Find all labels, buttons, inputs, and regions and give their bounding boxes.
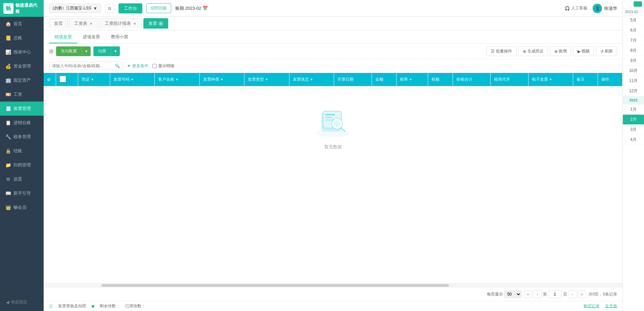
tab-close-invoice[interactable]: ✕ [158,21,163,26]
subtab-sales[interactable]: 销项发票 [49,31,77,43]
no-deduction-button[interactable]: 无勾取票 [56,46,82,56]
th-invoice_status[interactable]: 发票状态▼ [289,73,334,86]
date-month-12月[interactable]: 12月 [623,86,644,96]
first-page-button[interactable]: « [524,290,532,298]
main-content: (勿删）江西服宝-LSS ▼ ⧉ 工作台 切到旧版 账期 2023-02 📅 🎧… [44,0,623,311]
th-voucher[interactable]: 凭证▼ [78,73,110,86]
th-invoice_type[interactable]: 发票种类▼ [199,73,244,86]
generate-voucher-button[interactable]: ⊕ 生成凭证 [518,46,548,56]
filter-icon-invoice_type[interactable]: ▼ [220,78,224,81]
date-month-6月[interactable]: 6月 [623,26,644,36]
date-month-4月[interactable]: 4月 [623,135,644,145]
user-info[interactable]: 👤 徐溢华 [593,4,617,13]
new-button[interactable]: ⊕ 新增 [550,46,571,56]
show-detail-checkbox[interactable]: 显示明细 [152,63,174,69]
sidebar-item-settings[interactable]: ⚙设置 [0,172,44,186]
sidebar-item-funds[interactable]: 💰资金管理 [0,59,44,73]
video-button[interactable]: ▶ 视频 [573,46,594,56]
subtab-label-purchase: 进项发票 [83,34,100,39]
filter-icon-tax_rate[interactable]: ▼ [409,78,412,81]
refresh-button[interactable]: ↺ 刷新 [596,46,617,56]
deduction-button[interactable]: 勾票 [93,46,111,56]
sidebar-item-fixed-assets[interactable]: 🏢固定资产 [0,73,44,87]
sidebar-label-payroll: 工资 [13,91,22,98]
date-month-2月[interactable]: 2月 [623,115,644,125]
th-e_invoice[interactable]: 电子发票▼ [528,73,573,86]
sidebar-item-ledger[interactable]: 📒总账 [0,31,44,45]
date-month-3月[interactable]: 3月 [623,125,644,135]
sidebar-item-closing[interactable]: 🔒结账 [0,144,44,158]
sidebar-item-archive[interactable]: 📁归档管理 [0,158,44,172]
next-page-button[interactable]: › [568,290,577,298]
sidebar-icon-settings: ⚙ [5,177,11,182]
deduction-arrow[interactable]: ▼ [111,46,120,56]
sidebar-item-payroll[interactable]: 💴工资 [0,87,44,102]
switch-version-button[interactable]: 切到旧版 [146,3,171,13]
sidebar-item-guide[interactable]: 📖新手引导 [0,186,44,200]
sidebar-icon-ledger: 📒 [5,35,11,41]
batch-op-button[interactable]: ☰ 批量操作 [487,46,516,56]
no-deduction-arrow[interactable]: ▼ [82,46,91,56]
tab-payroll-stats[interactable]: 工资统计报表✕ [100,18,142,29]
th-customer[interactable]: 客户名称▼ [155,73,200,86]
date-month-5月[interactable]: 5月 [623,15,644,26]
last-page-button[interactable]: » [578,290,586,298]
page-size-select-input[interactable]: 50 10 20 100 [504,290,521,298]
date-month-9月[interactable]: 9月 [623,56,644,66]
prev-page-button[interactable]: ‹ [534,290,542,298]
filter-icon-invoice_status[interactable]: ▼ [310,78,313,81]
collapse-btn[interactable]: ◀ 收起固定 [3,297,40,308]
sidebar-icon-guide: 📖 [5,191,11,196]
col-label-open_date: 开票日期 [337,77,354,82]
date-month-8月[interactable]: 8月 [623,46,644,56]
select-all-checkbox[interactable] [59,76,66,82]
filter-icon-invoice_no[interactable]: ▼ [131,78,134,81]
col-label-invoice_status: 发票状态 [293,77,309,82]
tab-invoice[interactable]: 发票✕ [143,18,168,29]
service-button[interactable]: 🎧 人工客服 [565,5,587,11]
tab-payroll[interactable]: 工资表✕ [69,18,98,29]
grid-view-icon[interactable]: ⊞ [49,48,53,54]
page-size-selector[interactable]: 每页显示 50 10 20 100 [487,290,521,298]
col-label-invoice_no: 发票号码 [113,77,130,82]
batch-op-icon: ☰ [491,49,495,54]
th-tax_rate[interactable]: 税率▼ [397,73,428,86]
filter-icon-voucher[interactable]: ▼ [91,78,94,81]
search-input[interactable] [52,64,113,68]
page-number-input[interactable] [548,290,562,298]
subtab-purchase[interactable]: 进项发票 [77,31,105,43]
buy-records-link[interactable]: 购买记录 [584,303,600,309]
sidebar-item-tax-mgmt[interactable]: 🔧税务管理 [0,130,44,144]
tab-home[interactable]: 首页 [49,18,68,29]
th-invoice_no[interactable]: 发票号码▼ [110,73,155,86]
filter-icon-customer[interactable]: ▼ [175,78,179,81]
filter-icon-e_invoice[interactable]: ▼ [549,78,552,81]
scroll-thumb[interactable] [101,284,449,287]
open-period-btn[interactable]: 开账日期 [634,1,642,7]
subtab-expense[interactable]: 费用小票 [105,31,134,43]
company-name: (勿删）江西服宝-LSS [53,5,91,11]
recharge-link[interactable]: 去充值 [605,303,617,309]
search-field[interactable]: 🔍 [49,62,123,70]
sidebar-item-reports[interactable]: 📊报表中心 [0,45,44,59]
detail-checkbox[interactable] [152,64,157,68]
tab-close-payroll-stats[interactable]: ✕ [132,21,137,26]
date-month-10月[interactable]: 10月 [623,66,644,76]
sidebar-item-member[interactable]: 👑畅会员 [0,200,44,215]
col-label-amount: 金额 [375,77,383,82]
sidebar-item-sales-ledger[interactable]: 📋进销台账 [0,116,44,130]
date-month-7月[interactable]: 7月 [623,36,644,46]
tab-close-payroll[interactable]: ✕ [89,21,93,26]
date-month-1月[interactable]: 1月 [623,105,644,115]
sidebar-item-invoice-mgmt[interactable]: 🧾发票管理 [0,102,44,116]
filter-icon-invoice_category[interactable]: ▼ [265,78,268,81]
company-selector[interactable]: (勿删）江西服宝-LSS ▼ [49,4,101,13]
th-invoice_category[interactable]: 发票类型▼ [244,73,289,86]
table-scrollbar[interactable] [44,283,623,287]
copy-button[interactable]: ⧉ [105,4,114,13]
sidebar-item-home[interactable]: 🏠首页 [0,17,44,31]
column-settings-icon[interactable]: ⚙ [47,77,51,82]
workspace-button[interactable]: 工作台 [119,3,142,13]
more-filters-button[interactable]: ▼ 更多条件 [127,63,148,69]
date-month-11月[interactable]: 11月 [623,76,644,86]
